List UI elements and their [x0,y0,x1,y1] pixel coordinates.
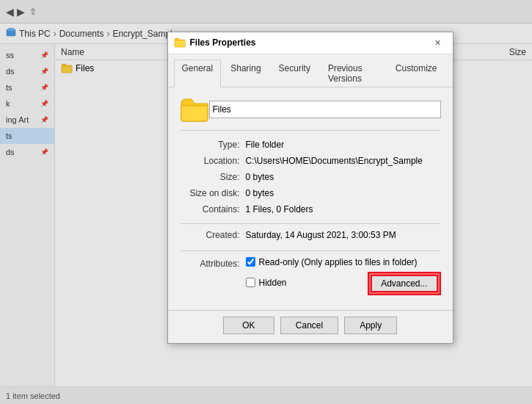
prop-location-label: Location: [180,156,246,166]
prop-type-label: Type: [180,140,246,150]
attributes-label: Attributes: [180,257,246,269]
separator-2 [180,250,441,251]
readonly-row: Read-only (Only applies to files in fold… [246,257,441,267]
files-properties-dialog: Files Properties × General Sharing Secur… [167,32,453,344]
hidden-checkbox[interactable] [246,278,255,287]
modal-overlay: Files Properties × General Sharing Secur… [0,0,532,404]
dialog-title: Files Properties [190,37,256,48]
prop-size: Size: 0 bytes [180,172,441,185]
advanced-highlight: Advanced... [368,272,440,295]
dialog-folder-icon [174,37,186,48]
prop-created: Created: Saturday, 14 August 2021, 3:00:… [180,230,441,243]
prop-contains: Contains: 1 Files, 0 Folders [180,204,441,217]
attributes-checkboxes: Read-only (Only applies to files in fold… [246,257,441,298]
attributes-row: Attributes: Read-only (Only applies to f… [180,257,441,298]
tab-security[interactable]: Security [271,59,318,87]
folder-name-row [180,96,441,131]
prop-size-disk-value: 0 bytes [246,188,441,198]
prop-size-on-disk: Size on disk: 0 bytes [180,188,441,201]
separator-1 [180,223,441,224]
dialog-footer: OK Cancel Apply [168,310,453,343]
dialog-close-button[interactable]: × [429,34,447,51]
prop-location-value: C:\Users\HOME\Documents\Encrypt_Sample [246,156,441,166]
hidden-label: Hidden [259,278,287,288]
cancel-button[interactable]: Cancel [280,317,338,334]
prop-contains-label: Contains: [180,204,246,214]
prop-location: Location: C:\Users\HOME\Documents\Encryp… [180,156,441,169]
hidden-row: Hidden Advanced... [246,270,441,295]
prop-contains-value: 1 Files, 0 Folders [246,204,441,214]
prop-created-value: Saturday, 14 August 2021, 3:00:53 PM [246,230,441,240]
prop-size-value: 0 bytes [246,172,441,182]
dialog-body: Type: File folder Location: C:\Users\HOM… [168,87,453,310]
apply-button[interactable]: Apply [344,317,397,334]
ok-button[interactable]: OK [223,317,274,334]
properties-table: Type: File folder Location: C:\Users\HOM… [180,140,441,243]
prop-created-label: Created: [180,230,246,240]
folder-icon-large [180,96,209,123]
advanced-button[interactable]: Advanced... [371,275,437,292]
tab-customize[interactable]: Customize [387,59,445,87]
prop-type: Type: File folder [180,140,441,153]
dialog-titlebar: Files Properties × [168,32,453,54]
tab-general[interactable]: General [174,59,222,87]
tabs-bar: General Sharing Security Previous Versio… [168,54,453,87]
prop-size-disk-label: Size on disk: [180,188,246,198]
tab-previous-versions[interactable]: Previous Versions [320,59,386,87]
readonly-checkbox[interactable] [246,257,255,267]
folder-name-input[interactable] [209,101,441,118]
prop-size-label: Size: [180,172,246,182]
readonly-label: Read-only (Only applies to files in fold… [259,257,418,267]
tab-sharing[interactable]: Sharing [222,59,269,87]
prop-type-value: File folder [246,140,441,150]
